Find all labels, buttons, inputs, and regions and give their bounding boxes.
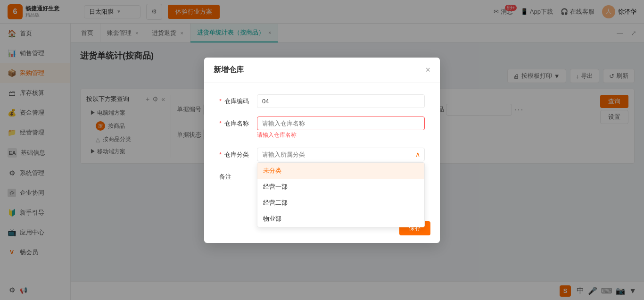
warehouse-code-wrap: [257, 94, 425, 108]
warehouse-code-row: * 仓库编码: [219, 94, 425, 108]
warehouse-category-input[interactable]: [257, 148, 425, 161]
warehouse-name-label: * 仓库名称: [219, 117, 257, 128]
dropdown-arrow-icon[interactable]: ∧: [415, 150, 420, 158]
modal-header: 新增仓库 ×: [204, 58, 440, 83]
warehouse-code-label: * 仓库编码: [219, 94, 257, 106]
warehouse-name-row: * 仓库名称 请输入仓库名称: [219, 117, 425, 139]
warehouse-category-wrap: ∧ 未分类 经营一部 经营二部 物业部: [257, 148, 425, 161]
warehouse-name-wrap: 请输入仓库名称: [257, 117, 425, 139]
modal-body: * 仓库编码 * 仓库名称 请输入仓库名称: [204, 83, 440, 216]
warehouse-code-input[interactable]: [257, 94, 425, 108]
category-dropdown-list: 未分类 经营一部 经营二部 物业部: [257, 162, 425, 227]
dropdown-item-dept3[interactable]: 物业部: [257, 211, 424, 227]
warehouse-name-error: 请输入仓库名称: [257, 131, 425, 139]
dropdown-item-dept1[interactable]: 经营一部: [257, 179, 424, 195]
modal-title: 新增仓库: [214, 65, 244, 75]
warehouse-category-row: * 仓库分类 ∧ 未分类 经营一部 经营二部 物业部: [219, 148, 425, 161]
dropdown-item-dept2[interactable]: 经营二部: [257, 195, 424, 211]
warehouse-category-label: * 仓库分类: [219, 148, 257, 159]
modal-close-button[interactable]: ×: [425, 66, 430, 74]
warehouse-name-input[interactable]: [257, 117, 425, 130]
new-warehouse-modal: 新增仓库 × * 仓库编码 * 仓库名称: [204, 58, 440, 243]
dropdown-item-uncategorized[interactable]: 未分类: [257, 163, 424, 179]
remark-label: 备注: [219, 170, 257, 181]
modal-overlay: 新增仓库 × * 仓库编码 * 仓库名称: [0, 0, 644, 300]
